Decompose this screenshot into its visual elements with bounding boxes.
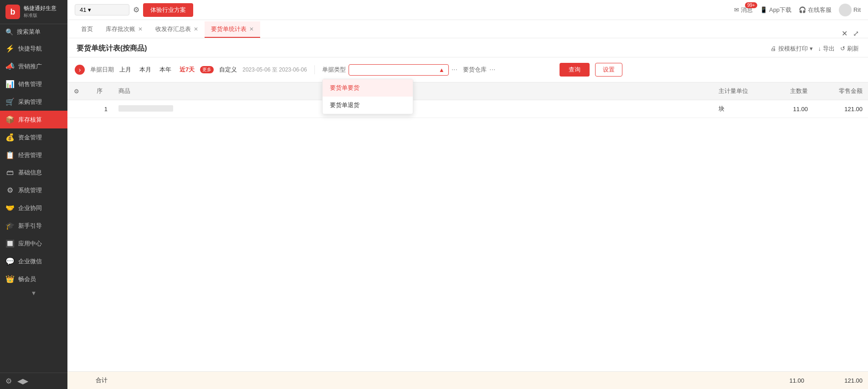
sidebar-item-label: 营销推广 — [18, 62, 42, 71]
sidebar-item-inventory[interactable]: 📦 库存核算 — [0, 111, 67, 128]
date-btn-this-year[interactable]: 本年 — [157, 65, 174, 75]
sidebar-bottom: ⚙ ◀▶ — [0, 373, 67, 389]
header-settings-icon[interactable]: ⚙ — [133, 5, 139, 14]
table-header-row: ⚙ 序 商品 主计量单位 主数量 零售金额 — [67, 82, 868, 100]
sidebar-item-system[interactable]: ⚙ 系统管理 — [0, 181, 67, 199]
col-header-settings[interactable]: ⚙ — [67, 82, 86, 100]
footer-qty: 11.00 — [750, 377, 804, 384]
user-name: Rit — [853, 6, 861, 13]
settings-icon[interactable]: ⚙ — [5, 377, 12, 385]
sidebar: b 畅捷通好生意 标准版 🔍 搜索菜单 ⚡ 快捷导航 📣 营销推广 📊 销售管理… — [0, 0, 67, 389]
sidebar-logo: b 畅捷通好生意 标准版 — [0, 0, 67, 24]
table-row: 1 块 11.00 121.00 — [67, 100, 868, 118]
sidebar-item-sales[interactable]: 📊 销售管理 — [0, 75, 67, 93]
tab-receive-summary[interactable]: 收发存汇总表 ✕ — [149, 21, 205, 38]
date-filter-label: 单据日期 — [90, 66, 114, 74]
tab-bar-right: ✕ ⤢ — [840, 29, 861, 38]
type-input-box[interactable]: ▲ — [349, 64, 449, 76]
filter-bar: › 单据日期 上月 本月 本年 近7天 更多 自定义 2023-05-06 至 … — [67, 57, 868, 82]
sidebar-item-finance[interactable]: 💰 资金管理 — [0, 128, 67, 146]
table-settings-icon[interactable]: ⚙ — [74, 88, 79, 95]
member-icon: 👑 — [5, 275, 15, 283]
col-header-amount: 零售金额 — [813, 82, 868, 100]
date-btn-custom[interactable]: 自定义 — [216, 65, 240, 75]
sidebar-item-enterprise[interactable]: 🤝 企业协同 — [0, 199, 67, 217]
collapse-icon[interactable]: ◀▶ — [17, 377, 28, 385]
tab-batch-account[interactable]: 库存批次账 ✕ — [99, 21, 149, 38]
search-menu[interactable]: 🔍 搜索菜单 — [0, 24, 67, 40]
tab-expand-btn[interactable]: ⤢ — [851, 29, 861, 38]
quick-nav-icon: ⚡ — [5, 44, 15, 53]
footer-amount: 121.00 — [808, 377, 863, 384]
sidebar-item-basic[interactable]: 🗃 基础信息 — [0, 164, 67, 181]
dropdown-item-order-return[interactable]: 要货单退货 — [323, 97, 413, 114]
online-service-label: 在线客服 — [808, 6, 832, 14]
row-amount-cell: 121.00 — [813, 100, 868, 118]
settings-button[interactable]: 设置 — [595, 63, 622, 77]
sidebar-item-guide[interactable]: 🎓 新手引导 — [0, 217, 67, 235]
sidebar-item-member[interactable]: 👑 畅会员 — [0, 270, 67, 288]
table-footer: 合计 11.00 121.00 — [67, 371, 868, 389]
warehouse-more-btn[interactable]: ··· — [489, 66, 495, 74]
messages-item[interactable]: ✉ 消息 99+ — [734, 6, 753, 14]
sales-icon: 📊 — [5, 80, 15, 88]
messages-badge: 99+ — [745, 2, 757, 8]
online-service-item[interactable]: 🎧 在线客服 — [799, 6, 832, 14]
page-title: 要货单统计表(按商品) — [77, 44, 147, 53]
tab-order-stats[interactable]: 要货单统计表 ✕ — [205, 21, 260, 38]
query-button[interactable]: 查询 — [560, 63, 590, 77]
headset-icon: 🎧 — [799, 6, 806, 13]
refresh-label: 刷新 — [847, 45, 859, 53]
export-label: 导出 — [823, 45, 835, 53]
date-filter-group: 单据日期 上月 本月 本年 近7天 更多 自定义 2023-05-06 至 20… — [90, 65, 307, 75]
sidebar-item-label: 畅会员 — [18, 275, 36, 283]
sidebar-item-apps[interactable]: 🔲 应用中心 — [0, 235, 67, 252]
tab-order-stats-close[interactable]: ✕ — [249, 26, 254, 32]
company-selector[interactable]: 41 ▾ — [75, 4, 129, 15]
header-left: 41 ▾ ⚙ 体验行业方案 — [75, 3, 727, 17]
refresh-btn[interactable]: ↺ 刷新 — [840, 45, 859, 53]
sidebar-item-purchase[interactable]: 🛒 采购管理 — [0, 93, 67, 111]
filter-expand-btn[interactable]: › — [75, 65, 85, 75]
system-icon: ⚙ — [5, 186, 15, 194]
tab-home[interactable]: 首页 — [75, 21, 99, 38]
search-menu-label: 搜索菜单 — [17, 28, 41, 36]
date-btn-7days[interactable]: 近7天 — [177, 65, 197, 75]
sidebar-item-label: 快捷导航 — [18, 45, 42, 53]
sidebar-item-label: 资金管理 — [18, 133, 42, 142]
tab-receive-summary-close[interactable]: ✕ — [194, 26, 198, 32]
data-table: ⚙ 序 商品 主计量单位 主数量 零售金额 1 — [67, 82, 868, 118]
tab-close-all-btn[interactable]: ✕ — [840, 29, 849, 38]
dropdown-item-order-goods[interactable]: 要货单要货 — [323, 79, 413, 97]
sidebar-item-operations[interactable]: 📋 经营管理 — [0, 146, 67, 164]
print-btn[interactable]: 🖨 按模板打印 ▾ — [770, 45, 813, 53]
refresh-icon: ↺ — [840, 45, 845, 52]
app-sub: 标准版 — [24, 12, 56, 19]
sidebar-scroll-down[interactable]: ▼ — [0, 288, 67, 298]
app-download-item[interactable]: 📱 App下载 — [760, 6, 791, 14]
sidebar-item-label: 销售管理 — [18, 80, 42, 88]
trial-button[interactable]: 体验行业方案 — [143, 3, 193, 17]
export-btn[interactable]: ↓ 导出 — [818, 45, 835, 53]
chevron-down-icon: ▾ — [88, 6, 91, 13]
sidebar-item-marketing[interactable]: 📣 营销推广 — [0, 57, 67, 75]
top-header: 41 ▾ ⚙ 体验行业方案 ✉ 消息 99+ 📱 App下载 🎧 在线客服 R — [67, 0, 868, 20]
date-btn-this-month[interactable]: 本月 — [137, 65, 154, 75]
print-label: 按模板打印 — [778, 45, 808, 53]
date-btn-last-month[interactable]: 上月 — [117, 65, 134, 75]
user-avatar-item[interactable]: Rit — [839, 4, 861, 16]
tab-batch-account-close[interactable]: ✕ — [138, 26, 143, 32]
guide-icon: 🎓 — [5, 221, 15, 230]
sidebar-item-quick-nav[interactable]: ⚡ 快捷导航 — [0, 40, 67, 57]
wechat-icon: 💬 — [5, 257, 15, 266]
sidebar-item-label: 企业微信 — [18, 257, 42, 266]
sidebar-item-label: 系统管理 — [18, 186, 42, 194]
sidebar-item-wechat[interactable]: 💬 企业微信 — [0, 252, 67, 270]
tab-receive-summary-label: 收发存汇总表 — [155, 25, 191, 33]
chevron-down-icon: ▾ — [810, 45, 813, 52]
purchase-icon: 🛒 — [5, 97, 15, 106]
finance-icon: 💰 — [5, 133, 15, 142]
date-more-badge[interactable]: 更多 — [200, 66, 214, 73]
tab-bar: 首页 库存批次账 ✕ 收发存汇总表 ✕ 要货单统计表 ✕ ✕ ⤢ — [67, 20, 868, 38]
type-more-btn[interactable]: ··· — [452, 66, 457, 74]
